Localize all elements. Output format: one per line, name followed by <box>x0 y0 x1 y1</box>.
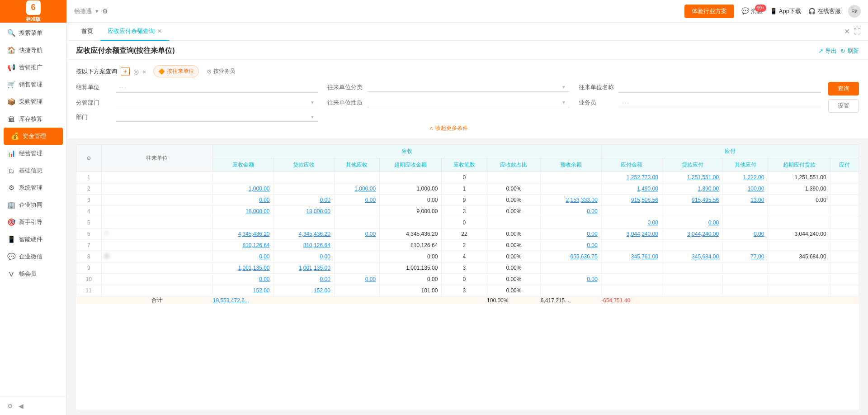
sidebar-item-basic[interactable]: 🗂基础信息 <box>0 162 66 179</box>
table-cell: 4 <box>442 251 487 262</box>
sidebar-item-nav[interactable]: 🏠快捷导航 <box>0 42 66 59</box>
table-cell[interactable]: 0.00 <box>541 240 601 251</box>
setting-button[interactable]: 设置 <box>828 99 859 113</box>
table-cell[interactable]: 2,153,333.00 <box>541 195 601 206</box>
tab-receivable-query[interactable]: 应收应付余额查询 ✕ <box>100 23 169 41</box>
sidebar-item-sales[interactable]: 🛒销售管理 <box>0 76 66 93</box>
tab-home[interactable]: 首页 <box>74 23 100 41</box>
table-cell[interactable]: 810,126.64 <box>213 240 274 251</box>
topbar: 畅捷通 ▾ ⚙ 体验行业方案 💬 消息 99+ 📱 App下载 🎧 在线客服 R… <box>67 0 868 23</box>
table-cell[interactable]: 0.00 <box>334 274 379 285</box>
table-cell[interactable]: 4,345,436.20 <box>213 229 274 240</box>
table-cell <box>601 206 662 217</box>
table-cell[interactable]: 655,636.75 <box>541 251 601 262</box>
sidebar-item-device[interactable]: 📱智能硬件 <box>0 231 66 248</box>
table-cell[interactable]: 152.00 <box>213 285 274 296</box>
table-cell[interactable]: 1,001,135.00 <box>213 262 274 274</box>
table-cell[interactable]: 0.00 <box>213 274 274 285</box>
table-cell[interactable]: 0.00 <box>274 251 334 262</box>
table-settings-icon[interactable]: ⚙ <box>86 155 91 162</box>
tab-close-btn[interactable]: ✕ <box>157 28 162 34</box>
sidebar-item-guide[interactable]: 🎯新手引导 <box>0 214 66 231</box>
table-cell[interactable]: 0.00 <box>601 217 662 229</box>
collapse-sidebar-icon[interactable]: ◀ <box>19 402 24 410</box>
sidebar-item-system[interactable]: ⚙系统管理 <box>0 179 66 196</box>
table-cell[interactable]: 0.00 <box>723 229 768 240</box>
table-cell[interactable]: 3,044,240.00 <box>601 229 662 240</box>
filter-jiesuan-input[interactable]: ··· <box>116 82 318 93</box>
messages-badge[interactable]: 💬 消息 99+ <box>741 7 763 15</box>
table-cell[interactable]: 0.00 <box>274 195 334 206</box>
table-cell[interactable]: 810,126.64 <box>274 240 334 251</box>
total-cell-6 <box>442 296 487 305</box>
sidebar-item-wechat[interactable]: 💬企业微信 <box>0 248 66 265</box>
query-button[interactable]: 查询 <box>828 82 859 95</box>
table-cell[interactable]: 1,000.00 <box>213 183 274 195</box>
filter-option-salesperson[interactable]: ⊙ 按业务员 <box>203 66 240 77</box>
table-cell[interactable]: 100.00 <box>723 183 768 195</box>
table-cell[interactable]: 345,761.00 <box>601 251 662 262</box>
marketing-icon: 📢 <box>7 63 15 72</box>
filter-partner-nature-input[interactable]: ▼ <box>367 98 570 107</box>
table-cell[interactable]: 0.00 <box>541 274 601 285</box>
group-yingshou-header: 应收 <box>213 145 601 158</box>
filter-fenguan-input[interactable]: ▼ <box>116 98 318 107</box>
table-cell: 345,684.00 <box>768 251 830 262</box>
sidebar-item-marketing[interactable]: 📢营销推广 <box>0 59 66 76</box>
table-cell[interactable]: 13.00 <box>723 195 768 206</box>
table-cell[interactable]: 152.00 <box>274 285 334 296</box>
table-cell[interactable]: 1,001,135.00 <box>274 262 334 274</box>
collapse-more-conditions[interactable]: ∧ 收起更多条件 <box>76 122 821 133</box>
filter-partner-category-input[interactable]: ▼ <box>367 83 570 92</box>
sidebar-item-search[interactable]: 🔍搜索菜单 <box>0 24 66 42</box>
filter-setting-btn[interactable]: ◎ <box>133 68 139 75</box>
table-cell[interactable]: 3,044,240.00 <box>662 229 722 240</box>
export-btn[interactable]: ↗ 导出 <box>818 47 837 55</box>
user-avatar[interactable]: Rit <box>848 5 861 18</box>
table-cell[interactable]: 1,251,551.00 <box>662 172 722 183</box>
table-cell[interactable]: 0.00 <box>213 251 274 262</box>
sidebar-item-corp[interactable]: 🏢企业协同 <box>0 196 66 214</box>
filter-add-btn[interactable]: + <box>121 67 130 76</box>
close-window-icon[interactable]: ✕ <box>844 27 850 36</box>
refresh-btn[interactable]: ↻ 刷新 <box>840 47 859 55</box>
table-cell[interactable]: 18,000.00 <box>274 206 334 217</box>
settings-gear-icon[interactable]: ⚙ <box>102 8 108 15</box>
sidebar-item-inventory[interactable]: 🏛库存核算 <box>0 110 66 128</box>
table-cell[interactable]: 4,345,436.20 <box>274 229 334 240</box>
settings-icon[interactable]: ⚙ <box>7 402 13 410</box>
table-cell[interactable]: 0.00 <box>334 195 379 206</box>
table-cell <box>601 274 662 285</box>
filter-collapse-btn[interactable]: « <box>142 68 146 75</box>
sidebar-item-purchase[interactable]: 📦采购管理 <box>0 93 66 110</box>
table-cell[interactable]: 1,222.00 <box>723 172 768 183</box>
table-cell[interactable]: 915,495.56 <box>662 195 722 206</box>
online-service[interactable]: 🎧 在线客服 <box>808 7 841 15</box>
table-cell[interactable]: 1,252,773.00 <box>601 172 662 183</box>
table-cell[interactable]: 0.00 <box>662 217 722 229</box>
table-cell[interactable]: 18,000.00 <box>213 206 274 217</box>
app-download[interactable]: 📱 App下载 <box>770 7 801 15</box>
sidebar-item-operation[interactable]: 📊经营管理 <box>0 145 66 162</box>
table-cell[interactable]: 1,390.00 <box>662 183 722 195</box>
table-cell[interactable]: 1,000.00 <box>334 183 379 195</box>
filter-option-partner[interactable]: 🔶 按往来单位 <box>153 65 199 77</box>
table-cell[interactable]: 0.00 <box>274 274 334 285</box>
fullscreen-icon[interactable]: ⛶ <box>854 28 861 36</box>
table-cell[interactable]: 77.00 <box>723 251 768 262</box>
table-cell[interactable]: 0.00 <box>213 195 274 206</box>
table-cell[interactable]: 0.00 <box>541 229 601 240</box>
table-cell[interactable]: 0.00 <box>334 229 379 240</box>
sidebar-item-finance[interactable]: 💰资金管理 <box>4 128 63 145</box>
total-row: 合计19,553,472,6...100.00%6,417,215....-65… <box>76 296 859 305</box>
table-cell[interactable]: 345,684.00 <box>662 251 722 262</box>
table-cell[interactable]: 915,508.56 <box>601 195 662 206</box>
sidebar-item-member[interactable]: V畅会员 <box>0 265 66 282</box>
filter-salesperson-input[interactable]: ··· <box>618 97 821 108</box>
table-cell[interactable]: 0.00 <box>541 206 601 217</box>
table-cell[interactable]: 1,490.00 <box>601 183 662 195</box>
filter-partner-name-input[interactable] <box>618 82 821 93</box>
sidebar-label-device: 智能硬件 <box>19 235 42 243</box>
filter-dept-input[interactable]: ▼ <box>116 113 318 122</box>
trial-btn[interactable]: 体验行业方案 <box>684 5 734 18</box>
